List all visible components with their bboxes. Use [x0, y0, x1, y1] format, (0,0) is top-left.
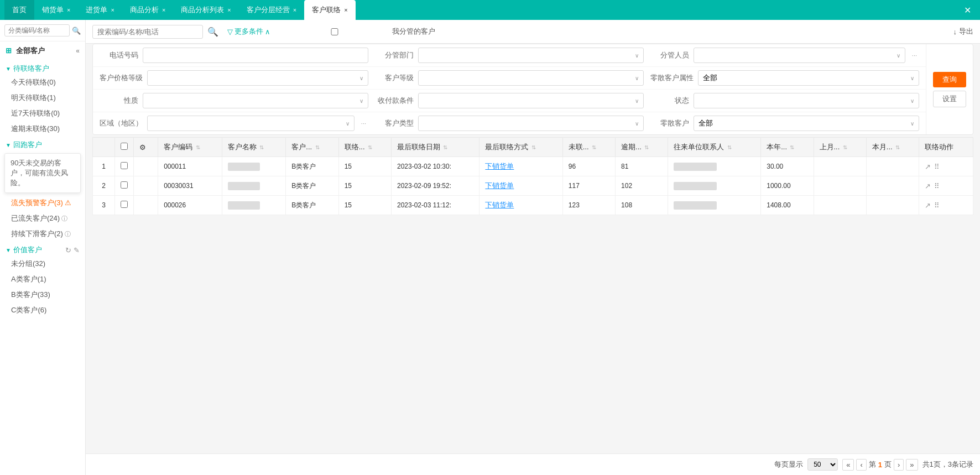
sidebar-item-b-customers[interactable]: B类客户(33) [0, 287, 85, 302]
filter-select-status[interactable]: ∨ [694, 93, 919, 108]
filter-input-phone[interactable] [143, 48, 368, 63]
action-more-icon[interactable]: ⠿ [934, 182, 940, 190]
sidebar-group-pending[interactable]: ▼ 待联络客户 [0, 60, 85, 75]
close-tab-customer-contact[interactable]: × [344, 7, 347, 13]
filter-select-tier[interactable]: ∨ [418, 70, 644, 86]
collapse-sidebar-icon[interactable]: « [76, 47, 80, 55]
tab-customer-contact[interactable]: 客户联络 × [304, 0, 355, 20]
first-page-button[interactable]: « [842, 459, 854, 471]
page-number-label: 第 [869, 460, 876, 469]
query-button[interactable]: 查询 [933, 72, 966, 87]
chevron-down-price-tier: ∨ [359, 75, 363, 81]
sidebar-item-c-customers[interactable]: C类客户(6) [0, 302, 85, 318]
sidebar-item-today-pending[interactable]: 今天待联络(0) [0, 75, 85, 90]
filter-label-dept: 分管部门 [375, 50, 414, 60]
sort-icon-this-month[interactable]: ⇅ [895, 144, 900, 150]
sort-icon-this-year[interactable]: ⇅ [790, 144, 794, 150]
close-tab-purchase[interactable]: × [111, 7, 114, 13]
cell-this-year: 1000.00 [761, 176, 814, 196]
table-row: 2 00030031 B类客户 15 2023-02-09 19:52: 下销货… [93, 176, 973, 196]
filter-select-person[interactable]: ∨ [694, 48, 905, 63]
filter-select-price-tier[interactable]: ∨ [147, 70, 368, 86]
sort-icon-last-month[interactable]: ⇅ [843, 144, 847, 150]
sidebar-group-value[interactable]: ▼ 价值客户 ↻ ✎ [0, 242, 85, 256]
sidebar-all-customers[interactable]: ⊞ 全部客户 « [0, 41, 85, 60]
sidebar-search-area: 🔍 [0, 20, 85, 41]
last-page-button[interactable]: » [906, 459, 918, 471]
cell-this-month [866, 176, 919, 196]
row-checkbox-0[interactable] [121, 162, 128, 169]
action-more-icon[interactable]: ⠿ [934, 201, 940, 210]
sidebar-group-churning[interactable]: ▼ 回跑客户 [0, 137, 85, 151]
sort-icon-overdue[interactable]: ⇅ [644, 144, 649, 150]
sidebar-item-declining[interactable]: 持续下滑客户(2) ⓘ [0, 226, 85, 242]
close-tab-product-analysis-list[interactable]: × [227, 7, 231, 13]
my-customers-checkbox[interactable] [279, 28, 390, 35]
my-customers-checkbox-label[interactable]: 我分管的客户 [279, 27, 435, 36]
sort-icon-name[interactable]: ⇅ [259, 144, 264, 150]
row-checkbox-2[interactable] [121, 201, 128, 208]
tab-customer-tier[interactable]: 客户分层经营 × [239, 0, 304, 20]
filter-select-payment[interactable]: ∨ [418, 93, 644, 108]
sort-icon-last-date[interactable]: ⇅ [443, 144, 447, 150]
filter-more-icon-person[interactable]: ··· [910, 51, 919, 60]
filter-select-region[interactable]: ∨ [147, 116, 355, 131]
close-tab-customer-tier[interactable]: × [293, 7, 296, 13]
search-button[interactable]: 🔍 [207, 27, 218, 37]
edit-icon[interactable]: ✎ [74, 246, 80, 254]
col-header-settings[interactable]: ⚙ [134, 138, 158, 157]
sidebar-item-tomorrow-pending[interactable]: 明天待联络(1) [0, 90, 85, 106]
page-size-select[interactable]: 50 100 200 [807, 458, 838, 471]
tab-product-analysis-list[interactable]: 商品分析列表 × [173, 0, 238, 20]
close-tab-sales[interactable]: × [67, 7, 70, 13]
filter-select-dept[interactable]: ∨ [418, 48, 644, 63]
chevron-down-tier: ∨ [635, 75, 639, 81]
tab-purchase[interactable]: 进货单 × [78, 0, 122, 20]
app-close-button[interactable]: ✕ [960, 5, 976, 15]
filter-select-scatter-cust[interactable]: 全部 ∨ [694, 116, 919, 131]
sidebar-item-7days-pending[interactable]: 近7天待联络(0) [0, 106, 85, 121]
sort-icon-uncontacted[interactable]: ⇅ [592, 144, 596, 150]
col-header-overdue: 逾期... ⇅ [616, 138, 668, 157]
close-tab-product-analysis[interactable]: × [162, 7, 165, 13]
filter-more-icon-region[interactable]: ··· [359, 119, 368, 128]
action-contact-icon[interactable]: ↗ [925, 182, 931, 190]
export-button[interactable]: ↓ 导出 [953, 27, 974, 36]
next-page-button[interactable]: › [894, 459, 904, 471]
tab-home[interactable]: 首页 [4, 0, 34, 20]
sort-icon-code[interactable]: ⇅ [196, 144, 200, 150]
refresh-icon[interactable]: ↻ [65, 246, 71, 254]
sidebar-search-icon[interactable]: 🔍 [72, 27, 81, 35]
action-contact-icon[interactable]: ↗ [925, 201, 931, 210]
filter-select-scatter-attr[interactable]: 全部 ∨ [698, 70, 919, 86]
last-method-link[interactable]: 下销货单 [485, 181, 514, 190]
sidebar: 🔍 ⊞ 全部客户 « ▼ 待联络客户 今天待联络(0) 明天待联络(1) 近7天… [0, 20, 86, 475]
tab-sales[interactable]: 销货单 × [34, 0, 78, 20]
action-more-icon[interactable]: ⠿ [934, 163, 940, 171]
sort-icon-type[interactable]: ⇅ [315, 144, 320, 150]
search-input[interactable] [92, 25, 203, 39]
horizontal-scrollbar[interactable] [92, 447, 973, 453]
setting-button[interactable]: 设置 [933, 91, 966, 107]
chevron-down-icon: ∧ [265, 28, 270, 36]
prev-page-button[interactable]: ‹ [856, 459, 866, 471]
sort-icon-contacts[interactable]: ⇅ [368, 144, 372, 150]
sidebar-search-input[interactable] [4, 24, 70, 36]
sidebar-item-ungrouped[interactable]: 未分组(32) [0, 256, 85, 272]
sort-icon-unit-contact[interactable]: ⇅ [727, 144, 732, 150]
filter-more-button[interactable]: ▽ 更多条件 ∧ [223, 24, 275, 39]
last-method-link[interactable]: 下销货单 [485, 162, 514, 170]
filter-field-cust-type: 客户类型 ∨ [375, 116, 644, 131]
sort-icon-last-method[interactable]: ⇅ [531, 144, 536, 150]
sidebar-item-already-churned[interactable]: 已流失客户(24) ⓘ [0, 211, 85, 226]
last-method-link[interactable]: 下销货单 [485, 201, 514, 209]
filter-select-cust-type[interactable]: ∨ [418, 116, 644, 131]
sidebar-item-churn-warning[interactable]: 流失预警客户(3) ⚠ [0, 195, 85, 211]
action-contact-icon[interactable]: ↗ [925, 163, 931, 171]
sidebar-item-a-customers[interactable]: A类客户(1) [0, 272, 85, 287]
filter-select-nature[interactable]: ∨ [143, 93, 368, 108]
tab-product-analysis[interactable]: 商品分析 × [122, 0, 173, 20]
sidebar-item-overdue-pending[interactable]: 逾期未联络(30) [0, 121, 85, 137]
row-checkbox-1[interactable] [121, 181, 128, 189]
select-all-checkbox[interactable] [121, 143, 128, 150]
